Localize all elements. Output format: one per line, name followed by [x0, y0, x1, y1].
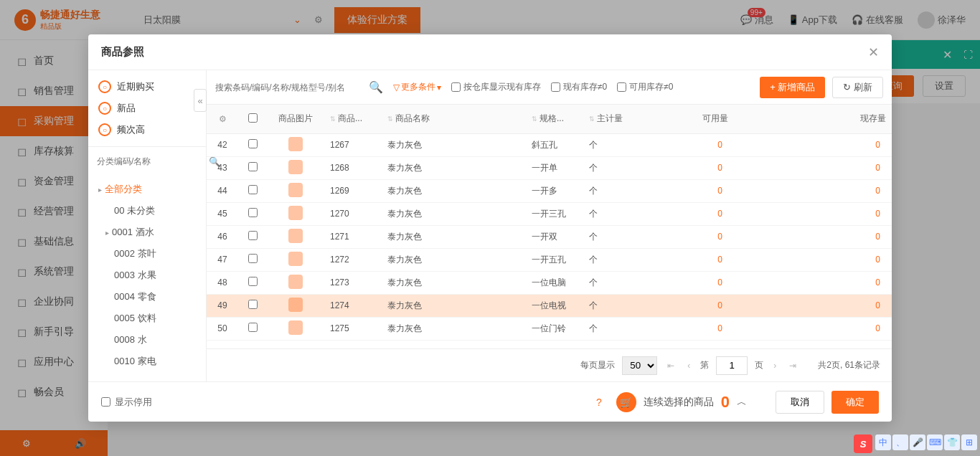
- category-root-label: 全部分类: [105, 183, 142, 196]
- quick-filter-item[interactable]: ○频次高: [88, 119, 206, 141]
- product-image: [288, 137, 303, 151]
- ime-button[interactable]: 👕: [944, 434, 960, 450]
- chevron-down-icon: ▾: [437, 82, 441, 92]
- available-stock-checkbox[interactable]: 可用库存≠0: [617, 81, 673, 93]
- quick-filter-item[interactable]: ○近期购买: [88, 76, 206, 98]
- refresh-button[interactable]: ↻ 刷新: [832, 77, 883, 98]
- category-item[interactable]: 00 未分类: [88, 200, 206, 222]
- per-page-label: 每页显示: [580, 359, 615, 371]
- category-all[interactable]: ▸ 全部分类: [88, 179, 206, 200]
- ime-button[interactable]: 中: [875, 434, 891, 450]
- category-item[interactable]: 0005 饮料: [88, 308, 206, 329]
- col-spec[interactable]: ⇅规格...: [526, 105, 583, 133]
- more-conditions-link[interactable]: ▽ 更多条件 ▾: [393, 81, 441, 93]
- quick-icon: ○: [98, 102, 111, 115]
- table-row[interactable]: 441269泰力灰色一开多个00: [207, 179, 892, 202]
- search-icon[interactable]: 🔍: [369, 80, 383, 94]
- page-size-select[interactable]: 50: [622, 356, 657, 375]
- modal-overlay: 商品参照 ✕ « ○近期购买○新品○频次高 🔍 ▸ 全部分类 00 未分类▸00…: [0, 0, 980, 456]
- row-checkbox[interactable]: [248, 139, 258, 148]
- row-checkbox[interactable]: [248, 208, 258, 217]
- cancel-button[interactable]: 取消: [776, 391, 824, 414]
- table-row[interactable]: 451270泰力灰色一开三孔个00: [207, 202, 892, 225]
- col-name[interactable]: ⇅商品名称: [382, 105, 526, 133]
- quick-filter-item[interactable]: ○新品: [88, 98, 206, 119]
- table-row[interactable]: 461271泰力灰色一开双个00: [207, 225, 892, 248]
- product-image: [288, 229, 303, 243]
- category-item[interactable]: 0003 水果: [88, 265, 206, 286]
- category-item[interactable]: 0008 水: [88, 329, 206, 351]
- selected-count: 0: [721, 393, 730, 412]
- ime-toolbar: S 中、🎤⌨👕⊞: [854, 434, 977, 453]
- col-image[interactable]: 商品图片: [267, 105, 324, 133]
- prev-page-button[interactable]: ‹: [684, 361, 693, 371]
- category-item[interactable]: 0010 家电: [88, 351, 206, 372]
- row-checkbox[interactable]: [248, 162, 258, 171]
- product-image: [288, 206, 303, 220]
- category-item[interactable]: 0004 零食: [88, 286, 206, 308]
- table-row[interactable]: 491274泰力灰色一位电视个00: [207, 294, 892, 317]
- pagination: 每页显示 50 ⇤ ‹ 第 页 › ⇥ 共2页, 61条记录: [207, 348, 892, 381]
- table-row[interactable]: 471272泰力灰色一开五孔个00: [207, 248, 892, 271]
- more-conditions-label: 更多条件: [401, 81, 435, 93]
- col-available[interactable]: 可用量: [633, 105, 734, 133]
- ime-button[interactable]: 🎤: [910, 434, 925, 450]
- row-checkbox[interactable]: [248, 254, 258, 263]
- first-page-button[interactable]: ⇤: [664, 361, 677, 371]
- next-page-button[interactable]: ›: [771, 361, 779, 371]
- page-input[interactable]: [716, 356, 748, 375]
- table-row[interactable]: 501275泰力灰色一位门铃个00: [207, 317, 892, 340]
- products-table: ⚙ 商品图片 ⇅商品... ⇅商品名称 ⇅规格... ⇅主计量 可用量 现存量 …: [207, 105, 892, 341]
- continuous-select-label: 连续选择的商品: [644, 396, 714, 409]
- gear-icon[interactable]: ⚙: [219, 114, 227, 124]
- filter-icon: ▽: [393, 82, 400, 92]
- row-checkbox[interactable]: [248, 300, 258, 309]
- product-reference-modal: 商品参照 ✕ « ○近期购买○新品○频次高 🔍 ▸ 全部分类 00 未分类▸00…: [88, 34, 892, 422]
- product-image: [288, 160, 303, 174]
- row-checkbox[interactable]: [248, 323, 258, 332]
- row-checkbox[interactable]: [248, 277, 258, 286]
- chevron-up-icon[interactable]: ︿: [737, 396, 747, 409]
- table-row[interactable]: 481273泰力灰色一位电脑个00: [207, 271, 892, 294]
- col-stock[interactable]: 现存量: [734, 105, 892, 133]
- product-image: [288, 298, 303, 312]
- add-product-button[interactable]: + 新增商品: [760, 77, 825, 98]
- close-icon[interactable]: ✕: [868, 44, 879, 60]
- category-search-input[interactable]: [97, 156, 204, 166]
- row-checkbox[interactable]: [248, 231, 258, 240]
- chevron-right-icon: ▸: [98, 186, 102, 194]
- ime-logo-icon[interactable]: S: [854, 434, 872, 453]
- page-info: 共2页, 61条记录: [818, 359, 880, 371]
- product-image: [288, 252, 303, 266]
- ime-button[interactable]: 、: [892, 434, 908, 450]
- ime-button[interactable]: ⌨: [927, 434, 943, 450]
- product-image: [288, 275, 303, 289]
- chevron-right-icon: ▸: [105, 229, 109, 237]
- quick-icon: ○: [98, 80, 111, 93]
- table-row[interactable]: 431268泰力灰色一开单个00: [207, 156, 892, 179]
- collapse-sidebar-button[interactable]: «: [194, 89, 207, 112]
- help-icon[interactable]: ?: [596, 396, 602, 408]
- current-stock-checkbox[interactable]: 现有库存≠0: [551, 81, 607, 93]
- product-image: [288, 320, 303, 335]
- table-row[interactable]: 421267泰力灰色斜五孔个00: [207, 133, 892, 156]
- ime-button[interactable]: ⊞: [961, 434, 977, 450]
- product-search-input[interactable]: [215, 82, 359, 92]
- cart-icon: 🛒: [616, 392, 636, 412]
- quick-icon: ○: [98, 123, 111, 136]
- select-all-checkbox[interactable]: [248, 113, 258, 123]
- product-image: [288, 183, 303, 197]
- category-item[interactable]: 0002 茶叶: [88, 243, 206, 265]
- modal-title: 商品参照: [101, 45, 144, 59]
- show-disabled-checkbox[interactable]: 显示停用: [101, 396, 152, 409]
- col-code[interactable]: ⇅商品...: [324, 105, 382, 133]
- category-item[interactable]: ▸0001 酒水: [88, 222, 206, 243]
- warehouse-stock-checkbox[interactable]: 按仓库显示现有库存: [451, 81, 541, 93]
- row-checkbox[interactable]: [248, 185, 258, 194]
- last-page-button[interactable]: ⇥: [786, 361, 799, 371]
- col-unit[interactable]: ⇅主计量: [583, 105, 633, 133]
- confirm-button[interactable]: 确定: [831, 391, 879, 414]
